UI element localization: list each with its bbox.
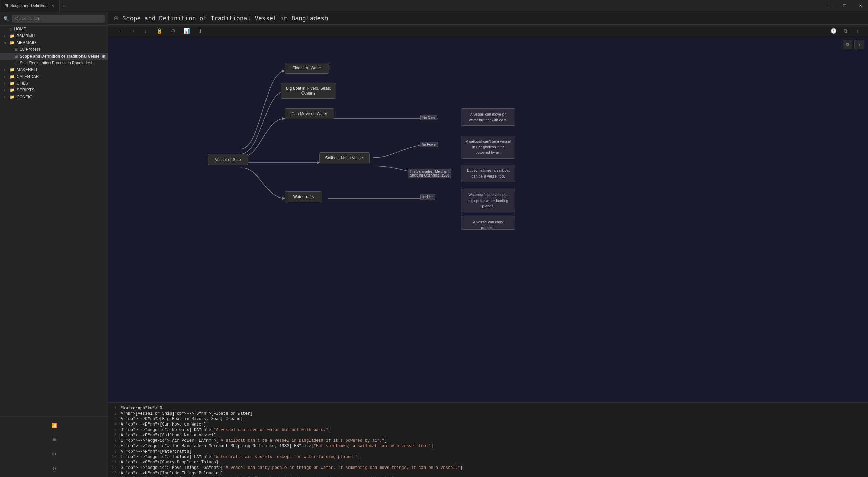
line-number: 7 bbox=[108, 438, 121, 443]
tree-icon: 📁 bbox=[9, 74, 15, 79]
sidebar-tree: ⌂ HOME › 📁 BSMRMU ∨ 📂 MERMAID ⊞ LC Proce… bbox=[0, 26, 108, 416]
restore-button[interactable]: ❐ bbox=[837, 0, 852, 12]
node-vessel-ship[interactable]: Vessel or Ship bbox=[208, 154, 248, 165]
sidebar-search-bar: 🔍 bbox=[0, 12, 108, 26]
line-content: G "op">--> bbox=[121, 465, 145, 470]
edge-label-air-power: Air Power bbox=[420, 142, 438, 147]
line-number: 4 bbox=[108, 422, 121, 427]
line-number: 6 bbox=[108, 433, 121, 438]
line-number: 8 bbox=[108, 444, 121, 449]
code-line: 8 E "op">--> "edge-id">|The Bangladesh M… bbox=[108, 443, 868, 449]
toolbar-arrange-btn[interactable]: → bbox=[127, 26, 137, 36]
sidebar-item-lc-process[interactable]: ⊞ LC Process bbox=[0, 46, 108, 53]
sidebar: 🔍 ⌂ HOME › 📁 BSMRMU ∨ 📂 MERMAID ⊞ LC Pro… bbox=[0, 12, 108, 477]
node-big-boat[interactable]: Big Boat in Rivers, Seas,Oceans bbox=[281, 83, 336, 99]
edge-no-oars-text: No Oars bbox=[422, 116, 435, 119]
sidebar-item-bsmrmu[interactable]: › 📁 BSMRMU bbox=[0, 33, 108, 39]
sidebar-item-mermaid[interactable]: ∨ 📂 MERMAID bbox=[0, 39, 108, 46]
tab-icon: ⊞ bbox=[5, 3, 8, 8]
tree-arrow: › bbox=[4, 82, 8, 85]
diagram-copy-btn[interactable]: ⧉ bbox=[843, 40, 852, 49]
node-sailboat[interactable]: Sailboat Not a Vessel bbox=[319, 152, 370, 163]
tree-label: BSMRMU bbox=[17, 34, 35, 38]
sidebar-item-ship-registration-pr[interactable]: ⊞ Ship Registration Process in Banglades… bbox=[0, 60, 108, 66]
code-line: 2 A"nm">[Vessel or Ship] "op">--> B"nm">… bbox=[108, 411, 868, 416]
tree-icon: 📁 bbox=[9, 95, 15, 99]
tree-arrow: › bbox=[4, 34, 8, 38]
toolbar-copy-btn[interactable]: ⧉ bbox=[841, 26, 850, 36]
monitor-icon: 🖥 bbox=[50, 435, 59, 444]
toolbar-clock-btn[interactable]: 🕐 bbox=[829, 26, 838, 36]
toolbar-chart-btn[interactable]: 📊 bbox=[182, 26, 191, 36]
sidebar-bottom-icons: 📶 🖥 ⚙ ⟨⟩ bbox=[0, 416, 108, 477]
edge-bmso-text: The Bangladesh MerchantShipping Ordinanc… bbox=[410, 170, 449, 177]
edge-label-include: Include bbox=[420, 194, 435, 200]
content-area: ⊞ Scope and Definition of Traditional Ve… bbox=[108, 12, 868, 477]
settings-icon[interactable]: ⚙ bbox=[50, 449, 59, 459]
toolbar-layout-btn[interactable]: ↕ bbox=[141, 26, 151, 36]
tree-arrow: › bbox=[4, 68, 8, 72]
code-panel[interactable]: 1 "kw">graph "kw">LR 2 A"nm">[Vessel or … bbox=[108, 402, 868, 477]
tree-label: LC Process bbox=[20, 47, 41, 52]
page-title-icon: ⊞ bbox=[114, 15, 118, 21]
diagram-canvas[interactable]: Vessel or Ship Floats on Water Big Boat … bbox=[108, 37, 868, 402]
toolbar-filter-btn[interactable]: ≡ bbox=[114, 26, 123, 36]
sidebar-item-calendar[interactable]: › 📁 CALENDAR bbox=[0, 73, 108, 80]
diagram-upload-btn[interactable]: ↑ bbox=[854, 40, 864, 49]
sidebar-item-scripts[interactable]: › 📁 SCRIPTS bbox=[0, 87, 108, 94]
search-input[interactable] bbox=[12, 15, 105, 23]
toolbar-gear-btn[interactable]: ⚙ bbox=[168, 26, 178, 36]
tree-icon: ⊞ bbox=[14, 61, 18, 65]
line-content: D "op">--> bbox=[121, 428, 145, 432]
tab-add-button[interactable]: + bbox=[60, 0, 68, 12]
tree-icon: ⊞ bbox=[14, 47, 18, 52]
edge-label-bmso: The Bangladesh MerchantShipping Ordinanc… bbox=[408, 169, 451, 178]
tree-label: MERMAID bbox=[17, 40, 36, 45]
desc-sailboat-air-text: A sailboat can't be a vesselin Banglades… bbox=[466, 139, 511, 154]
wifi-icon: 📶 bbox=[50, 421, 59, 430]
edge-label-no-oars: No Oars bbox=[420, 115, 437, 120]
desc-sailboat-bmso-text: But sometimes, a sailboatcan be a vessel… bbox=[467, 168, 510, 178]
tree-icon: 📁 bbox=[9, 88, 15, 92]
sidebar-item-config[interactable]: › 📁 CONFIG bbox=[0, 94, 108, 100]
line-content: A "op">--> bbox=[121, 449, 145, 454]
sidebar-item-makebell[interactable]: › 📁 MAKEBELL bbox=[0, 66, 108, 73]
node-floats-on-water[interactable]: Floats on Water bbox=[285, 63, 329, 74]
tab-scope-definition[interactable]: ⊞ Scope and Definition ✕ bbox=[1, 0, 60, 12]
desc-node-carry: A vessel can carry people... bbox=[461, 216, 515, 230]
close-button[interactable]: ✕ bbox=[852, 0, 868, 12]
tree-label: UTILS bbox=[17, 81, 28, 86]
sidebar-item-home[interactable]: ⌂ HOME bbox=[0, 26, 108, 33]
desc-node-move-water: A vessel can move onwater but not with o… bbox=[461, 108, 515, 126]
toolbar-info-btn[interactable]: ℹ bbox=[195, 26, 205, 36]
code-line: 5 D "op">--> "edge-id">|No Oars| DA"nm">… bbox=[108, 427, 868, 433]
code-line: 10 F "op">--> "edge-id">|Include| FA"nm"… bbox=[108, 454, 868, 460]
node-canmove-label: Can Move on Water bbox=[291, 111, 327, 116]
tree-icon: 📁 bbox=[9, 67, 15, 72]
node-floats-label: Floats on Water bbox=[293, 66, 321, 70]
edge-airpower-text: Air Power bbox=[422, 143, 436, 146]
tree-icon: ⌂ bbox=[9, 27, 12, 32]
toolbar-share-btn[interactable]: ↑ bbox=[853, 26, 863, 36]
tab-bar: ⊞ Scope and Definition ✕ + ─ ❐ ✕ bbox=[0, 0, 868, 12]
code-line: 3 A "op">--> C"nm">[Big Boat in Rivers, … bbox=[108, 416, 868, 422]
minimize-button[interactable]: ─ bbox=[821, 0, 837, 12]
tree-icon: 📁 bbox=[9, 81, 15, 86]
desc-carry-text: A vessel can carry people... bbox=[473, 220, 503, 230]
line-number: 2 bbox=[108, 411, 121, 416]
tree-label: SCRIPTS bbox=[17, 88, 34, 92]
line-number: 11 bbox=[108, 460, 121, 465]
expand-icon[interactable]: ⟨⟩ bbox=[50, 463, 59, 473]
node-can-move[interactable]: Can Move on Water bbox=[285, 108, 334, 119]
node-vessel-ship-label: Vessel or Ship bbox=[215, 157, 241, 162]
node-watercrafts[interactable]: Watercrafts bbox=[285, 191, 322, 202]
toolbar-lock-btn[interactable]: 🔒 bbox=[155, 26, 164, 36]
sidebar-item-scope-and-definition[interactable]: ⊞ Scope and Definition of Traditional Ve… bbox=[0, 53, 108, 60]
tree-icon: 📁 bbox=[9, 34, 15, 38]
desc-node-sailboat-air: A sailboat can't be a vesselin Banglades… bbox=[461, 136, 515, 159]
tab-close-button[interactable]: ✕ bbox=[50, 3, 55, 8]
tree-arrow: › bbox=[4, 95, 8, 99]
sidebar-item-utils[interactable]: › 📁 UTILS bbox=[0, 80, 108, 87]
line-number: 13 bbox=[108, 471, 121, 476]
tree-icon: ⊞ bbox=[14, 54, 18, 59]
